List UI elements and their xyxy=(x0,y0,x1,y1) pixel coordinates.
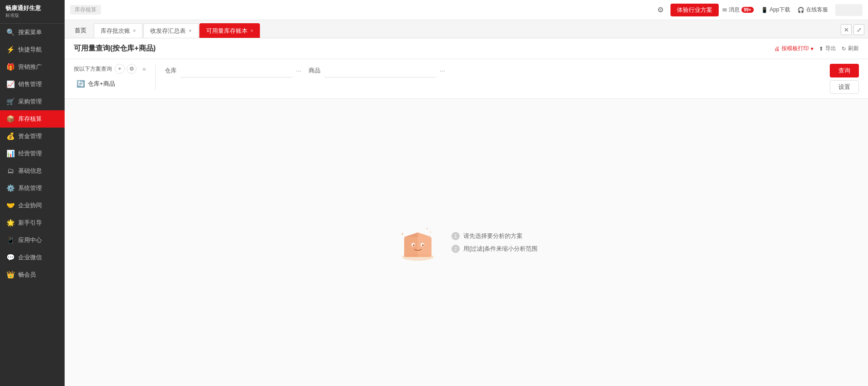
sidebar-label-appcenter: 应用中心 xyxy=(18,236,42,244)
refresh-button[interactable]: ↻ 刷新 xyxy=(842,45,859,52)
sidebar-item-shortcut[interactable]: ⚡ 快捷导航 xyxy=(0,41,65,58)
sidebar-item-appcenter[interactable]: 📱 应用中心 xyxy=(0,232,65,249)
message-label: 消息 xyxy=(729,6,740,14)
product-label: 商品 xyxy=(309,67,320,75)
sidebar-item-member[interactable]: 👑 畅会员 xyxy=(0,266,65,283)
tab-label-available: 可用量库存账本 xyxy=(206,27,248,35)
user-avatar[interactable] xyxy=(835,4,863,16)
sidebar-label-wechat: 企业微信 xyxy=(18,253,42,262)
svg-marker-2 xyxy=(404,232,418,237)
scheme-panel: 按以下方案查询 + ⚙ « 🔄 仓库+商品 xyxy=(74,64,156,90)
product-input[interactable] xyxy=(324,64,436,77)
export-label: 导出 xyxy=(825,45,836,52)
add-scheme-button[interactable]: + xyxy=(115,64,125,74)
sidebar-item-system[interactable]: ⚙️ 系统管理 xyxy=(0,180,65,197)
tab-available[interactable]: 可用量库存账本× xyxy=(199,23,260,38)
sidebar-menu: 🔍 搜索菜单 ⚡ 快捷导航 🎁 营销推广 📈 销售管理 🛒 采购管理 📦 库存核… xyxy=(0,24,65,386)
tab-bar-right: ✕ ⤢ xyxy=(841,24,864,35)
sidebar-item-newguide[interactable]: 🌟 新手引导 xyxy=(0,214,65,232)
sidebar-icon-marketing: 🎁 xyxy=(6,63,15,71)
sidebar-item-operation[interactable]: 📊 经营管理 xyxy=(0,145,65,162)
filter-row: 仓库 ··· 商品 ··· xyxy=(165,64,824,77)
tab-bar: 首页库存批次账×收发存汇总表×可用量库存账本× ✕ ⤢ xyxy=(65,20,868,38)
sidebar-icon-purchase: 🛒 xyxy=(6,98,15,106)
message-badge: 99+ xyxy=(741,7,754,13)
sidebar-item-sales[interactable]: 📈 销售管理 xyxy=(0,76,65,93)
sidebar-item-enterprise[interactable]: 🤝 企业协同 xyxy=(0,197,65,214)
print-button[interactable]: 🖨 按模板打印 ▾ xyxy=(774,45,813,52)
message-button[interactable]: ✉ 消息 99+ xyxy=(722,6,754,14)
sidebar-icon-inventory: 📦 xyxy=(6,115,15,123)
sidebar-label-inventory: 库存核算 xyxy=(18,115,42,123)
tab-batch[interactable]: 库存批次账× xyxy=(94,23,142,38)
warehouse-input[interactable] xyxy=(180,64,292,77)
sidebar-item-wechat[interactable]: 💬 企业微信 xyxy=(0,249,65,266)
empty-tips: 1 请先选择要分析的方案 2 用[过滤]条件来缩小分析范围 xyxy=(452,232,538,253)
tip-text-2: 用[过滤]条件来缩小分析范围 xyxy=(463,245,538,253)
sidebar-item-purchase[interactable]: 🛒 采购管理 xyxy=(0,93,65,110)
breadcrumb-text: 库存核算 xyxy=(70,5,101,15)
gear-button[interactable]: ⚙ xyxy=(654,4,667,16)
page-header: 可用量查询(按仓库+商品) 🖨 按模板打印 ▾ ⬆ 导出 ↻ 刷新 xyxy=(65,38,868,59)
sidebar-icon-search: 🔍 xyxy=(6,28,15,36)
svg-text:✦: ✦ xyxy=(426,227,428,230)
sidebar-label-purchase: 采购管理 xyxy=(18,98,42,106)
export-button[interactable]: ⬆ 导出 xyxy=(819,45,836,52)
svg-text:✧: ✧ xyxy=(429,230,432,234)
scheme-item-label: 仓库+商品 xyxy=(88,80,115,88)
scheme-header: 按以下方案查询 + ⚙ « xyxy=(74,64,150,74)
edit-scheme-button[interactable]: ⚙ xyxy=(127,64,137,74)
sidebar-item-inventory[interactable]: 📦 库存核算 xyxy=(0,110,65,128)
svg-text:✦: ✦ xyxy=(401,232,404,237)
query-button[interactable]: 查询 xyxy=(830,64,859,77)
tab-close-available[interactable]: × xyxy=(250,28,253,33)
scheme-header-label: 按以下方案查询 xyxy=(74,65,112,73)
svg-rect-4 xyxy=(404,237,418,257)
sidebar-icon-member: 👑 xyxy=(6,271,15,279)
sidebar-label-system: 系统管理 xyxy=(18,184,42,192)
sidebar-label-member: 畅会员 xyxy=(18,271,36,279)
query-action-buttons: 查询 设置 xyxy=(824,64,859,94)
product-more-button[interactable]: ··· xyxy=(440,67,445,74)
headset-icon: 🎧 xyxy=(797,7,804,13)
printer-icon: 🖨 xyxy=(774,46,780,52)
sidebar: 畅康通好生意 标准版 🔍 搜索菜单 ⚡ 快捷导航 🎁 营销推广 📈 销售管理 🛒… xyxy=(0,0,65,386)
export-icon: ⬆ xyxy=(819,46,823,52)
tab-collect[interactable]: 收发存汇总表× xyxy=(143,23,198,38)
filter-field-product: 商品 ··· xyxy=(309,64,445,77)
sidebar-label-shortcut: 快捷导航 xyxy=(18,46,42,54)
tab-close-collect[interactable]: × xyxy=(188,28,191,33)
page-content: 可用量查询(按仓库+商品) 🖨 按模板打印 ▾ ⬆ 导出 ↻ 刷新 xyxy=(65,38,868,386)
sidebar-label-sales: 销售管理 xyxy=(18,80,42,88)
tab-home[interactable]: 首页 xyxy=(68,23,93,38)
scheme-item-icon: 🔄 xyxy=(76,80,85,88)
tab-close-batch[interactable]: × xyxy=(133,28,136,33)
close-tab-button[interactable]: ✕ xyxy=(841,24,852,35)
page-title: 可用量查询(按仓库+商品) xyxy=(74,44,156,53)
sidebar-icon-basic: 🗂 xyxy=(6,167,15,175)
tip-text-1: 请先选择要分析的方案 xyxy=(463,232,523,240)
sidebar-icon-system: ⚙️ xyxy=(6,184,15,192)
header-right: ✉ 消息 99+ 📱 App下载 🎧 在线客服 xyxy=(722,4,863,16)
empty-tip-1: 1 请先选择要分析的方案 xyxy=(452,232,538,240)
empty-box-svg: ✦ ✧ ✦ xyxy=(395,220,441,265)
trial-button[interactable]: 体验行业方案 xyxy=(670,4,719,16)
sidebar-item-search[interactable]: 🔍 搜索菜单 xyxy=(0,24,65,41)
settings-button[interactable]: 设置 xyxy=(830,80,859,94)
app-download-button[interactable]: 📱 App下载 xyxy=(761,6,790,14)
scheme-item-warehouse-product[interactable]: 🔄 仓库+商品 xyxy=(74,77,150,90)
sidebar-item-marketing[interactable]: 🎁 营销推广 xyxy=(0,58,65,76)
tip-num-1: 1 xyxy=(452,232,460,240)
expand-tab-button[interactable]: ⤢ xyxy=(853,24,864,35)
phone-icon: 📱 xyxy=(761,7,768,13)
sidebar-label-enterprise: 企业协同 xyxy=(18,201,42,210)
collapse-button[interactable]: « xyxy=(139,64,149,74)
sidebar-item-basic[interactable]: 🗂 基础信息 xyxy=(0,162,65,180)
empty-state: ✦ ✧ ✦ 1 请先选择要分析的方案 2 用[过滤]条件来缩小分析范围 xyxy=(65,99,868,386)
sidebar-item-finance[interactable]: 💰 资金管理 xyxy=(0,128,65,145)
sidebar-icon-finance: 💰 xyxy=(6,132,15,140)
service-button[interactable]: 🎧 在线客服 xyxy=(797,6,828,14)
warehouse-more-button[interactable]: ··· xyxy=(296,67,301,74)
app-label: App下载 xyxy=(770,6,790,14)
message-icon: ✉ xyxy=(722,7,727,13)
